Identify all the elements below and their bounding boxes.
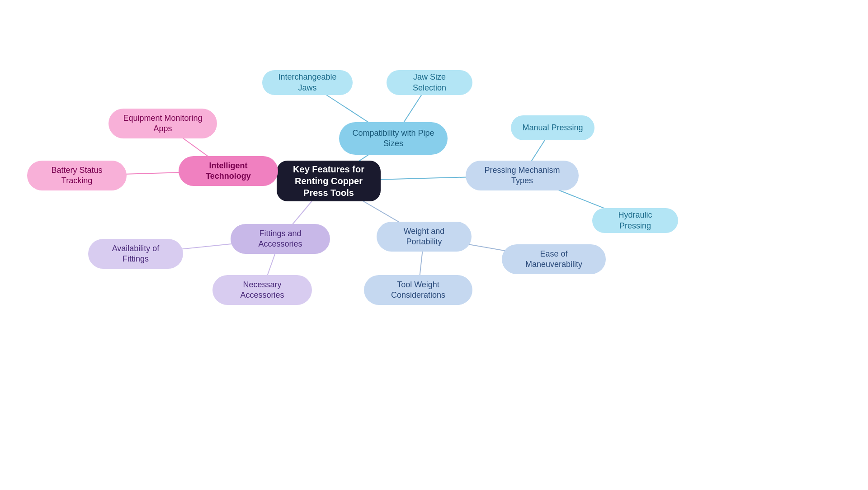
node-manual-pressing[interactable]: Manual Pressing bbox=[511, 115, 594, 140]
node-jaw-size-selection[interactable]: Jaw Size Selection bbox=[387, 70, 472, 95]
node-ease-maneuverability[interactable]: Ease of Maneuverability bbox=[502, 244, 606, 274]
node-necessary-accessories[interactable]: Necessary Accessories bbox=[212, 275, 312, 305]
node-fittings-accessories[interactable]: Fittings and Accessories bbox=[231, 224, 330, 254]
center-node: Key Features for Renting Copper Press To… bbox=[277, 161, 381, 201]
node-equipment-monitoring[interactable]: Equipment Monitoring Apps bbox=[108, 109, 217, 138]
node-intelligent-tech[interactable]: Intelligent Technology bbox=[179, 156, 278, 186]
node-interchangeable-jaws[interactable]: Interchangeable Jaws bbox=[262, 70, 353, 95]
node-battery-status[interactable]: Battery Status Tracking bbox=[27, 161, 127, 190]
node-hydraulic-pressing[interactable]: Hydraulic Pressing bbox=[592, 208, 678, 233]
node-pressing-mechanism[interactable]: Pressing Mechanism Types bbox=[466, 161, 579, 190]
node-compatibility[interactable]: Compatibility with Pipe Sizes bbox=[339, 122, 448, 155]
node-tool-weight[interactable]: Tool Weight Considerations bbox=[364, 275, 472, 305]
node-weight-portability[interactable]: Weight and Portability bbox=[377, 222, 472, 252]
node-availability-fittings[interactable]: Availability of Fittings bbox=[88, 239, 183, 269]
